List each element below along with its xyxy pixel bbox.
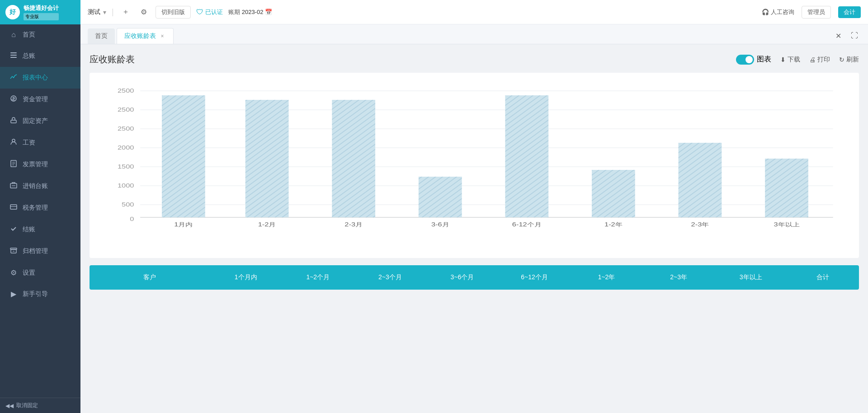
svg-text:2-3月: 2-3月 [344,221,363,227]
invoice-icon [9,160,18,169]
svg-text:2-3年: 2-3年 [691,221,709,227]
close-window-button[interactable]: ✕ [832,29,844,42]
col-header-1m: 1个月内 [210,265,282,290]
settings-gear-button[interactable]: ⚙ [137,6,150,19]
refresh-button[interactable]: ↻ 刷新 [839,56,859,64]
svg-text:1500: 1500 [118,164,134,169]
certified-badge: 🛡 已认证 [196,8,223,16]
download-icon: ⬇ [780,56,786,63]
sidebar-logo: 好 畅捷通好会计 专业版 [0,0,80,24]
svg-text:1000: 1000 [118,183,134,188]
logo-icon: 好 [5,5,20,19]
sidebar-item-settle[interactable]: 结账 [0,219,80,240]
content-area: 应收账龄表 图表 ⬇ 下载 🖨 打印 ↻ 刷新 [80,44,868,413]
svg-rect-8 [10,205,17,209]
tax-icon [9,203,18,212]
svg-point-5 [12,139,15,142]
salary-icon [9,138,18,147]
col-header-2-3y: 2~3年 [642,265,715,290]
svg-text:3年以上: 3年以上 [774,221,799,227]
svg-rect-0 [10,52,17,53]
print-icon: 🖨 [809,56,816,63]
guide-icon: ▶ [9,290,18,298]
refresh-icon: ↻ [839,56,844,63]
svg-text:2500: 2500 [118,107,134,113]
add-module-button[interactable]: ＋ [119,6,132,19]
sidebar-item-finance[interactable]: 资金管理 [0,89,80,110]
sidebar-item-guide[interactable]: ▶ 新手引导 [0,283,80,305]
bar-3-6月 [419,177,462,217]
sidebar-item-settings[interactable]: ⚙ 设置 [0,262,80,283]
col-header-2-3m: 2~3个月 [354,265,426,290]
bar-2-3月 [332,100,375,217]
sidebar-item-archive[interactable]: 归档管理 [0,240,80,262]
shield-icon: 🛡 [196,8,203,16]
sidebar-item-invoice[interactable]: 发票管理 [0,154,80,175]
role-button[interactable]: 会计 [838,6,861,18]
download-button[interactable]: ⬇ 下载 [780,56,800,64]
switch-version-button[interactable]: 切到旧版 [156,6,191,19]
svg-text:2500: 2500 [118,88,134,94]
svg-text:1月内: 1月内 [174,221,193,227]
page-title: 应收账龄表 [90,53,135,66]
bar-chart: 2500 2500 2500 2000 1500 1000 500 0 [103,82,845,244]
headset-icon: 🎧 [762,9,769,15]
chart-toggle-switch[interactable] [736,55,754,65]
col-header-3y+: 3年以上 [715,265,787,290]
sidebar-item-salary[interactable]: 工资 [0,132,80,154]
svg-rect-1 [10,55,17,56]
settle-icon [9,225,18,234]
tab-home[interactable]: 首页 [88,28,115,44]
sidebar-item-tax[interactable]: 税务管理 [0,197,80,219]
logo-text: 畅捷通好会计 专业版 [24,4,59,20]
sidebar-item-reports[interactable]: 报表中心 [0,67,80,89]
topbar: 测试 ▾ | ＋ ⚙ 切到旧版 🛡 已认证 账期 2023-02 📅 🎧 人工咨… [80,0,868,24]
reports-icon [9,73,18,82]
period-info: 账期 2023-02 📅 [228,8,273,16]
sidebar-item-assets[interactable]: 固定资产 [0,110,80,132]
user-button[interactable]: 管理员 [802,6,831,19]
home-icon: ⌂ [9,31,18,39]
svg-text:2000: 2000 [118,145,134,150]
svg-text:3-6月: 3-6月 [431,221,449,227]
bar-1-2月 [245,100,289,217]
module-selector[interactable]: 测试 ▾ [88,8,106,16]
bar-6-12月 [505,95,548,217]
pin-icon: ◀◀ [5,403,14,409]
tab-close-button[interactable]: × [159,33,166,40]
col-header-1-2y: 1~2年 [571,265,643,290]
archive-icon [9,247,18,256]
service-button[interactable]: 🎧 人工咨询 [762,8,794,16]
ledger-icon [9,52,18,61]
bar-1月内 [162,95,205,217]
sidebar-nav: ⌂ 首页 总账 报表中心 资金管理 固定资产 [0,24,80,398]
tab-receivable-aging[interactable]: 应收账龄表 × [117,28,174,44]
expand-window-button[interactable]: ⛶ [848,29,861,42]
page-header: 应收账龄表 图表 ⬇ 下载 🖨 打印 ↻ 刷新 [90,53,859,66]
sidebar-pin-button[interactable]: ◀◀ 取消固定 [0,398,80,413]
chart-toggle[interactable]: 图表 [736,55,771,65]
svg-text:0: 0 [130,216,134,222]
calendar-icon[interactable]: 📅 [265,9,272,15]
sidebar-item-inventory[interactable]: 进销台账 [0,175,80,197]
chart-svg: 2500 2500 2500 2000 1500 1000 500 0 [103,82,845,244]
bar-1-2年 [592,170,635,217]
chart-area: 2500 2500 2500 2000 1500 1000 500 0 [90,73,859,258]
svg-text:6-12个月: 6-12个月 [512,221,542,227]
tabs-bar-right: ✕ ⛶ [832,29,861,44]
col-header-1-2m: 1~2个月 [282,265,354,290]
svg-text:1-2年: 1-2年 [604,221,623,227]
table-area: 客户 1个月内 1~2个月 2~3个月 3~6个月 6~12个月 1~2年 2~… [90,265,859,290]
chevron-down-icon: ▾ [103,9,106,16]
table-header: 客户 1个月内 1~2个月 2~3个月 3~6个月 6~12个月 1~2年 2~… [90,265,859,290]
svg-text:1-2月: 1-2月 [258,221,276,227]
sidebar-item-home[interactable]: ⌂ 首页 [0,24,80,45]
col-header-customer: 客户 [90,265,210,290]
finance-icon [9,95,18,104]
inventory-icon [9,182,18,191]
col-header-6-12m: 6~12个月 [498,265,571,290]
print-button[interactable]: 🖨 打印 [809,56,830,64]
sidebar-item-ledger[interactable]: 总账 [0,45,80,67]
sidebar: 好 畅捷通好会计 专业版 ⌂ 首页 总账 报表中心 资金管理 [0,0,80,413]
svg-rect-4 [11,120,16,123]
